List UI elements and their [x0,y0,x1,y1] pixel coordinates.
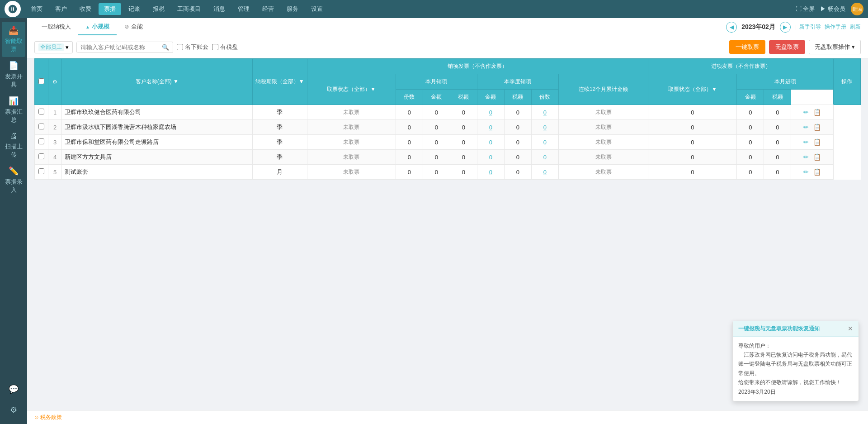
nav-right: ⛶ 全屏 ▶ 畅会员 tEa [796,3,863,15]
filter-tag: 全部员工 [38,43,64,51]
checkbox-has-tax-disk[interactable]: 有税盘 [212,43,238,51]
select-all-checkbox[interactable] [38,78,44,84]
detail-icon[interactable]: 📋 [813,124,821,131]
diskless-ticket-op-btn[interactable]: 无盘取票操作 ▾ [809,40,861,54]
edit-icon[interactable]: ✏ [803,124,809,131]
sidebar-icon: 📄 [9,61,19,71]
employee-filter[interactable]: 全部员工 ▾ [34,41,73,53]
nav-item-首页[interactable]: 首页 [25,3,48,15]
row-purchase-tax: 0 [764,165,791,180]
row-sales-month-shares: 0 [396,165,423,180]
th-quarterly-sales: 本季度销项 [477,74,558,90]
member-btn[interactable]: ▶ 畅会员 [820,5,845,13]
edit-icon[interactable]: ✏ [803,109,809,116]
edit-icon[interactable]: ✏ [803,138,809,146]
row-checkbox-cell[interactable] [35,135,48,150]
detail-icon[interactable]: 📋 [813,168,821,176]
th-sales-month-shares: 份数 [396,90,423,105]
nav-item-记账[interactable]: 记账 [123,3,146,15]
own-accounts-checkbox[interactable] [177,44,183,50]
refresh-btn[interactable]: 刷新 [850,23,861,31]
row-period: 季 [252,150,307,165]
row-sales-quarter-amount: 0 [477,120,504,135]
search-button[interactable]: 🔍 [158,42,173,52]
sidebar-bottom-item[interactable]: 💬 [2,381,25,398]
row-checkbox[interactable] [38,153,44,159]
row-purchase-shares: 0 [648,120,737,135]
th-sales-status: 取票状态（全部）▼ [307,74,396,105]
new-guide-btn[interactable]: 新手引导 [799,23,821,31]
nav-item-服务[interactable]: 服务 [281,3,304,15]
sidebar-item-票据录入[interactable]: ✏️票据录入 [2,162,25,198]
row-period: 季 [252,135,307,150]
nav-item-消息[interactable]: 消息 [208,3,231,15]
row-sales-quarter-amount: 0 [477,105,504,120]
th-purchase-tax: 税额 [764,90,791,105]
row-sales-quarter-amount: 0 [477,150,504,165]
period-nav: ◀ 2023年02月 ▶ [726,22,791,33]
tab-all-capable[interactable]: ☺ 全能 [117,19,151,35]
row-sales-quarter-amount: 0 [477,135,504,150]
row-checkbox[interactable] [38,168,44,174]
tab-small-scale[interactable]: ▲ 小规模 [78,19,117,35]
th-checkbox [35,59,48,105]
fullscreen-btn[interactable]: ⛶ 全屏 [796,5,815,13]
row-purchase-status: 未取票 [558,105,648,120]
row-checkbox-cell[interactable] [35,120,48,135]
row-sales-month-tax: 0 [450,120,477,135]
row-checkbox[interactable] [38,109,44,114]
notification-close-btn[interactable]: ✕ [848,325,853,332]
edit-icon[interactable]: ✏ [803,168,809,176]
sidebar-item-票据汇总[interactable]: 📊票据汇总 [2,92,25,128]
diskless-ticket-btn[interactable]: 无盘取票 [769,40,805,54]
edit-icon[interactable]: ✏ [803,153,809,161]
row-checkbox-cell[interactable] [35,105,48,120]
sidebar-item-扫描上传[interactable]: 🖨扫描上传 [2,128,25,162]
one-click-ticket-btn[interactable]: 一键取票 [729,40,765,54]
sidebar-bottom-item[interactable]: ⚙ [2,401,25,419]
sidebar-item-发票开具[interactable]: 📄发票开具 [2,57,25,92]
nav-item-票据[interactable]: 票据 [99,3,121,15]
manual-btn[interactable]: 操作手册 [825,23,846,31]
period-prev-btn[interactable]: ◀ [726,22,737,33]
tab-general-taxpayer[interactable]: 一般纳税人 [34,19,78,35]
row-num: 4 [48,150,62,165]
detail-icon[interactable]: 📋 [813,109,821,116]
row-period: 季 [252,105,307,120]
row-client-name: 测试账套 [62,165,253,180]
detail-icon[interactable]: 📋 [813,138,821,146]
row-client-name: 卫辉市保和堂医药有限公司走辗路店 [62,135,253,150]
notification-popup: 一键报税与无盘取票功能恢复通知 ✕ 尊敬的用户： 江苏政务网已恢复访问电子税务局… [732,321,859,401]
has-tax-disk-label: 有税盘 [220,43,238,51]
nav-item-设置[interactable]: 设置 [306,3,328,15]
checkbox-own-accounts[interactable]: 名下账套 [177,43,208,51]
search-input[interactable] [77,42,158,52]
has-tax-disk-checkbox[interactable] [212,44,218,50]
row-checkbox[interactable] [38,138,44,144]
nav-item-经营[interactable]: 经营 [257,3,279,15]
row-checkbox[interactable] [38,124,44,129]
row-checkbox-cell[interactable] [35,150,48,165]
th-settings-icon[interactable]: ⚙ [48,59,62,105]
nav-item-客户[interactable]: 客户 [50,3,72,15]
nav-item-报税[interactable]: 报税 [147,3,170,15]
detail-icon[interactable]: 📋 [813,153,821,161]
sidebar-label: 扫描上传 [4,143,24,159]
nav-item-收费[interactable]: 收费 [74,3,97,15]
th-purchase-invoice-group: 进项发票（不含作废票） [648,59,834,74]
row-actions: ✏ 📋 [791,150,833,165]
row-purchase-amount: 0 [737,135,764,150]
row-purchase-shares: 0 [648,165,737,180]
sidebar-icon: 🖨 [9,131,18,141]
row-purchase-status: 未取票 [558,120,648,135]
nav-item-工商项目[interactable]: 工商项目 [172,3,206,15]
nav-item-管理[interactable]: 管理 [232,3,255,15]
tax-policy-footer[interactable]: ⊙ 税务政策 [27,410,868,424]
avatar[interactable]: tEa [851,3,863,15]
sidebar-bottom-icon: 💬 [9,384,19,394]
sidebar-item-智能取票[interactable]: 📥智能取票 [2,22,25,57]
period-next-btn[interactable]: ▶ [780,22,791,33]
row-checkbox-cell[interactable] [35,165,48,180]
row-num: 1 [48,105,62,120]
th-sales-month-tax: 税额 [450,90,477,105]
